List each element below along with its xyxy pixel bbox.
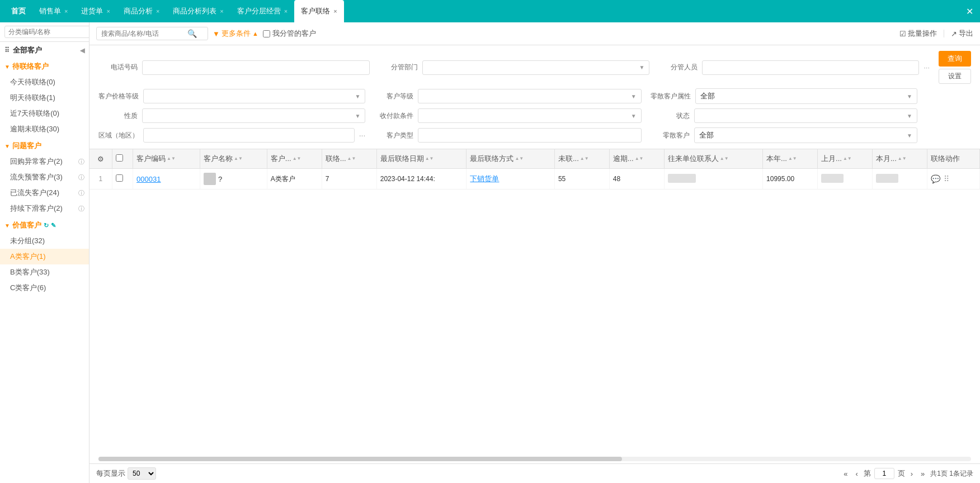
no-contact-sort[interactable]: 未联... ▲▼ [558,154,589,164]
filter-dept: 分管部门 ▼ [379,60,650,75]
sidebar-item-class-a[interactable]: A类客户(1) [0,249,89,264]
close-customer-contact-icon[interactable]: × [333,8,337,15]
row-select-checkbox[interactable] [116,174,123,182]
select-all-checkbox[interactable] [116,154,123,162]
price-level-select[interactable]: ▼ [143,89,365,103]
query-button[interactable]: 查询 [939,51,971,67]
info-icon-3[interactable]: ⓘ [78,189,84,197]
manager-input[interactable] [702,60,919,75]
retail-attr-select[interactable]: 全部 ▼ [695,88,917,104]
value-customer-group-title[interactable]: ▼ 价值客户 ↻ ✎ [0,217,89,233]
sidebar-collapse-icon[interactable]: ◀ [80,47,84,54]
more-filter-button[interactable]: ▼ 更多条件 ▲ [213,29,258,39]
region-input[interactable] [143,128,355,143]
export-button[interactable]: ↗ 导出 [951,29,973,39]
dept-select[interactable]: ▼ [422,60,650,75]
nav-product-analysis-list[interactable]: 商品分析列表 × [166,0,230,22]
payment-select[interactable]: ▼ [418,108,641,123]
this-year-sort[interactable]: 本年... ▲▼ [766,154,797,164]
contact-count-sort[interactable]: 联络... ▲▼ [326,154,356,164]
my-customer-checkbox[interactable] [263,30,270,37]
last-page-button[interactable]: » [918,468,927,479]
info-icon-4[interactable]: ⓘ [78,205,84,213]
code-sort[interactable]: 客户编码 ▲▼ [136,154,176,164]
page-size-dropdown[interactable]: 50 100 200 [128,467,156,480]
nav-customer-segment[interactable]: 客户分层经营 × [230,0,294,22]
close-product-analysis-list-icon[interactable]: × [220,8,223,15]
sidebar-item-today[interactable]: 今天待联络(0) [0,74,89,90]
nav-home[interactable]: 首页 [4,0,32,22]
batch-operation-button[interactable]: ☑ 批量操作 [899,29,937,39]
name-sort[interactable]: 客户名称 ▲▼ [204,154,243,164]
value-customer-edit-icon[interactable]: ✎ [51,222,56,229]
level-sort[interactable]: 客户... ▲▼ [271,154,301,164]
problem-customer-group-title[interactable]: ▼ 问题客户 [0,138,89,154]
close-customer-segment-icon[interactable]: × [284,8,288,15]
phone-input[interactable] [142,60,370,75]
row-last-contact-method[interactable]: 下销货单 [467,169,554,190]
category-search-input[interactable] [4,26,89,38]
nav-sales-order[interactable]: 销售单 × [32,0,74,22]
sidebar-item-7days[interactable]: 近7天待联络(0) [0,106,89,121]
row-code[interactable]: 000031 [133,169,200,190]
sidebar-item-churned[interactable]: 已流失客户(24) ⓘ [0,185,89,201]
search-submit-icon[interactable]: 🔍 [187,29,197,38]
status-select[interactable]: ▼ [694,108,917,123]
info-icon[interactable]: ⓘ [78,158,84,166]
column-no-contact-days: 未联... ▲▼ [554,149,609,169]
sidebar-item-overdue[interactable]: 逾期未联络(30) [0,121,89,137]
nav-product-analysis[interactable]: 商品分析 × [117,0,166,22]
first-page-button[interactable]: « [841,468,850,479]
close-purchase-order-icon[interactable]: × [106,8,110,15]
all-customers-header[interactable]: ⠿ 全部客户 ◀ [0,42,89,59]
sidebar-item-tomorrow[interactable]: 明天待联络(1) [0,90,89,106]
row-last-month [818,169,873,190]
sidebar-item-class-c[interactable]: C类客户(6) [0,280,89,296]
info-icon-2[interactable]: ⓘ [78,173,84,182]
method-sort[interactable]: 最后联络方式 ▲▼ [470,154,524,164]
nav-purchase-order[interactable]: 进货单 × [74,0,116,22]
page-number-input[interactable] [874,468,894,479]
sidebar-item-declining[interactable]: 持续下滑客户(2) ⓘ [0,201,89,216]
column-gear[interactable]: ⚙ [89,149,112,169]
sidebar-item-class-b[interactable]: B类客户(33) [0,264,89,280]
horizontal-scrollbar[interactable] [98,457,971,461]
retail-customer-select[interactable]: 全部 ▼ [694,127,917,143]
prev-page-button[interactable]: ‹ [853,468,860,479]
customer-level-select[interactable]: ▼ [418,89,641,103]
message-action-icon[interactable]: 💬 [931,174,940,183]
my-customer-checkbox-wrap[interactable]: 我分管的客户 [263,29,316,39]
manager-more-icon[interactable]: ··· [924,63,930,72]
nav-customer-contact[interactable]: 客户联络 × [294,0,343,22]
sidebar-item-repurchase-abnormal[interactable]: 回购异常客户(2) ⓘ [0,154,89,169]
search-input[interactable] [101,30,185,37]
filter-customer-type: 客户类型 [374,128,641,143]
last-month-sort[interactable]: 上月... ▲▼ [821,154,852,164]
window-close-icon[interactable]: ✕ [966,6,973,17]
total-records-text: 共1页 1条记录 [930,469,973,479]
close-sales-order-icon[interactable]: × [64,8,68,15]
column-unit-contact: 往来单位联系人 ▲▼ [664,149,762,169]
sidebar-item-ungrouped[interactable]: 未分组(32) [0,233,89,249]
setting-button[interactable]: 设置 [939,69,971,84]
unit-contact-sort-arrows: ▲▼ [720,157,729,161]
region-more-icon[interactable]: ··· [359,131,366,140]
this-month-sort[interactable]: 本月... ▲▼ [876,154,907,164]
search-input-wrap: 🔍 [96,27,208,40]
value-customer-refresh-icon[interactable]: ↻ [44,222,49,229]
pending-contact-group-title[interactable]: ▼ 待联络客户 [0,59,89,74]
column-overdue: 逾期... ▲▼ [609,149,664,169]
close-product-analysis-icon[interactable]: × [156,8,159,15]
name-sort-arrows: ▲▼ [234,157,243,161]
value-customer-group: ▼ 价值客户 ↻ ✎ 未分组(32) A类客户(1) B类客户(33) C类客户… [0,217,89,296]
overdue-sort[interactable]: 逾期... ▲▼ [613,154,644,164]
more-action-icon[interactable]: ⠿ [944,174,949,183]
unit-contact-sort[interactable]: 往来单位联系人 ▲▼ [668,154,729,164]
customer-type-input[interactable] [418,128,641,143]
nature-select[interactable]: ▼ [142,108,365,123]
next-page-button[interactable]: › [908,468,915,479]
last-date-sort[interactable]: 最后联络日期 ▲▼ [380,154,434,164]
table-gear-icon[interactable]: ⚙ [97,155,104,163]
scrollbar-thumb[interactable] [98,457,622,461]
sidebar-item-churn-warning[interactable]: 流失预警客户(3) ⓘ [0,169,89,185]
